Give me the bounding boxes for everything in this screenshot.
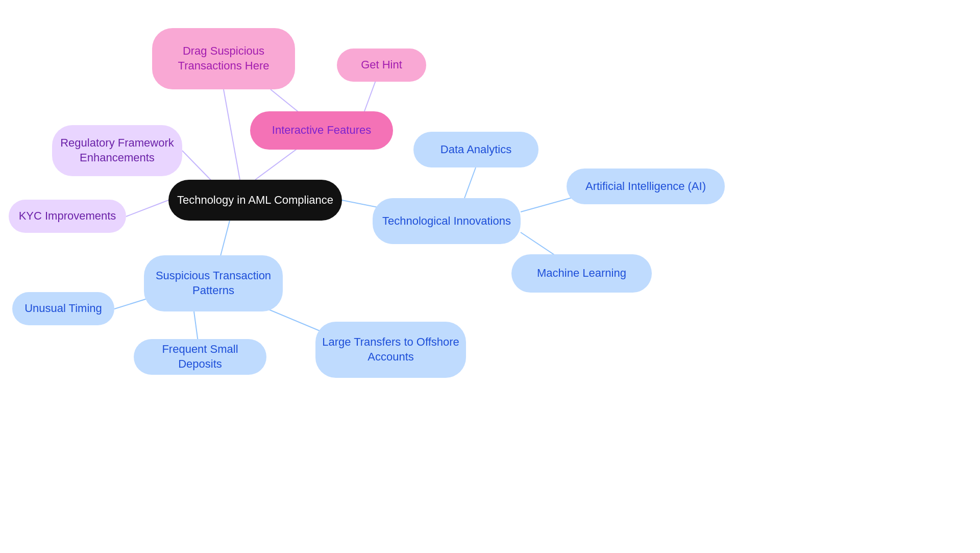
suspicious-node[interactable]: Suspicious Transaction Patterns bbox=[144, 255, 283, 311]
large-node-label: Large Transfers to Offshore Accounts bbox=[315, 335, 466, 364]
interactive-node[interactable]: Interactive Features bbox=[250, 111, 393, 150]
regulatory-node[interactable]: Regulatory Framework Enhancements bbox=[52, 125, 182, 176]
tech-node-label: Technological Innovations bbox=[377, 214, 516, 229]
ai-node[interactable]: Artificial Intelligence (AI) bbox=[567, 169, 725, 204]
kyc-node[interactable]: KYC Improvements bbox=[9, 200, 126, 233]
regulatory-node-label: Regulatory Framework Enhancements bbox=[52, 136, 182, 165]
ml-node-label: Machine Learning bbox=[532, 266, 631, 281]
ai-node-label: Artificial Intelligence (AI) bbox=[580, 179, 711, 194]
unusual-node-label: Unusual Timing bbox=[19, 301, 107, 316]
frequent-node-label: Frequent Small Deposits bbox=[134, 342, 266, 371]
kyc-node-label: KYC Improvements bbox=[14, 209, 121, 224]
svg-line-0 bbox=[224, 89, 240, 180]
analytics-node-label: Data Analytics bbox=[435, 142, 517, 157]
unusual-node[interactable]: Unusual Timing bbox=[12, 292, 114, 325]
svg-line-5 bbox=[126, 200, 168, 217]
analytics-node[interactable]: Data Analytics bbox=[413, 132, 538, 167]
frequent-node[interactable]: Frequent Small Deposits bbox=[134, 339, 266, 375]
hint-node-label: Get Hint bbox=[356, 58, 407, 73]
drag-node-label: Drag Suspicious Transactions Here bbox=[152, 44, 295, 73]
svg-line-11 bbox=[464, 167, 476, 198]
drag-node[interactable]: Drag Suspicious Transactions Here bbox=[152, 28, 295, 89]
large-node[interactable]: Large Transfers to Offshore Accounts bbox=[315, 322, 466, 378]
interactive-node-label: Interactive Features bbox=[267, 123, 376, 138]
center-node[interactable]: Technology in AML Compliance bbox=[168, 180, 342, 221]
tech-node[interactable]: Technological Innovations bbox=[373, 198, 521, 244]
center-node-label: Technology in AML Compliance bbox=[172, 193, 338, 208]
ml-node[interactable]: Machine Learning bbox=[511, 254, 652, 293]
suspicious-node-label: Suspicious Transaction Patterns bbox=[144, 269, 283, 298]
hint-node[interactable]: Get Hint bbox=[337, 49, 426, 82]
